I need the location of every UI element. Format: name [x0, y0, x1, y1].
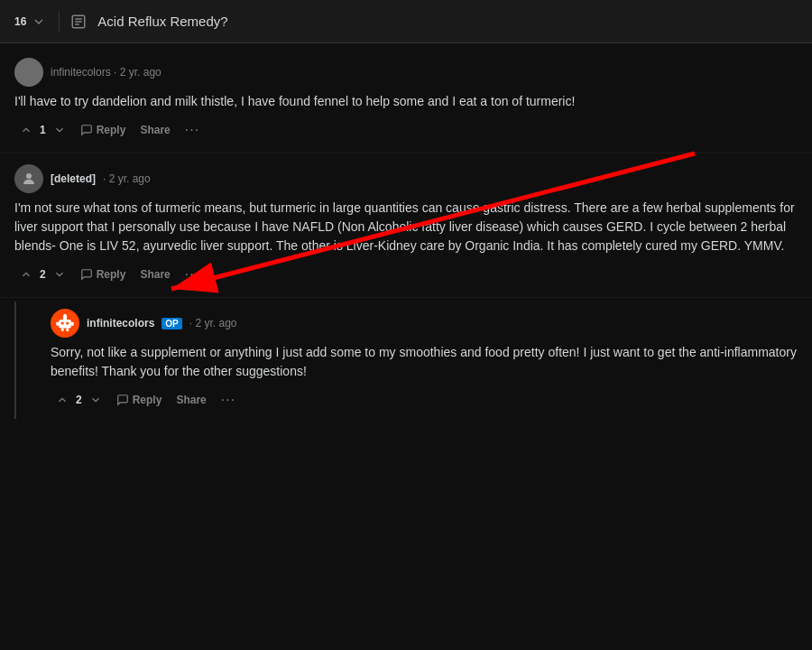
comment-2-actions: 2 Reply Share ··· [14, 263, 798, 286]
comment-2-reply-label: Reply [97, 268, 126, 281]
svg-rect-7 [66, 322, 69, 325]
separator-2 [0, 297, 812, 298]
comment-3-wrapper: infinitecolors OP · 2 yr. ago Sorry, not… [0, 302, 812, 419]
comment-2-vote: 2 [14, 265, 71, 284]
comment-3-downvote-button[interactable] [84, 390, 107, 410]
comment-1-vote-count: 1 [40, 124, 46, 136]
comment-1-body: I'll have to try dandelion and milk this… [14, 92, 798, 111]
comment-3-vote: 2 [51, 390, 107, 410]
comment-1-upvote-button[interactable] [14, 120, 38, 140]
comment-2-reply-button[interactable]: Reply [75, 265, 132, 284]
timestamp-comment-3: · 2 yr. ago [189, 317, 237, 330]
svg-rect-13 [66, 329, 69, 331]
avatar-comment-3 [51, 309, 79, 338]
comment-3-actions: 2 Reply Share ··· [51, 388, 798, 412]
comment-2-downvote-button[interactable] [48, 265, 71, 284]
svg-point-4 [26, 173, 32, 179]
svg-rect-5 [59, 320, 71, 329]
post-title: Acid Reflux Remedy? [97, 14, 227, 29]
header-downvote-button[interactable] [30, 13, 48, 31]
comment-2-share-label: Share [140, 268, 170, 281]
op-badge-comment-3: OP [161, 318, 181, 330]
comment-1-share-button[interactable]: Share [134, 120, 175, 140]
comment-2-more-button[interactable]: ··· [180, 263, 205, 286]
comment-2-upvote-button[interactable] [14, 265, 38, 284]
comment-3: infinitecolors OP · 2 yr. ago Sorry, not… [36, 302, 812, 419]
timestamp-comment-2: · 2 yr. ago [103, 172, 151, 185]
comment-1-actions: 1 Reply Share ··· [14, 118, 798, 142]
comment-3-vote-count: 2 [76, 394, 82, 406]
username-comment-2: [deleted] [51, 172, 96, 185]
comment-2-share-button[interactable]: Share [134, 265, 175, 284]
comment-2-header: [deleted] · 2 yr. ago [14, 164, 798, 193]
avatar-comment-1 [14, 58, 43, 87]
comment-3-share-button[interactable]: Share [171, 390, 211, 410]
username-comment-3: infinitecolors [87, 317, 154, 330]
comments-content: infinitecolors · 2 yr. ago I'll have to … [0, 43, 812, 426]
comment-1: infinitecolors · 2 yr. ago I'll have to … [0, 51, 812, 149]
comment-3-reply-label: Reply [133, 394, 162, 406]
comment-2-body: I'm not sure what tons of turmeric means… [14, 199, 798, 255]
comment-3-upvote-button[interactable] [51, 390, 74, 410]
comment-2: [deleted] · 2 yr. ago I'm not sure what … [0, 157, 812, 293]
comment-1-downvote-button[interactable] [48, 120, 71, 140]
comment-3-share-label: Share [176, 394, 206, 406]
comment-1-share-label: Share [140, 124, 170, 136]
header-vote-count: 16 [14, 15, 26, 28]
header-divider [59, 11, 60, 32]
comment-1-reply-label: Reply [97, 124, 126, 136]
comment-3-body: Sorry, not like a supplement or anything… [51, 343, 798, 381]
separator-1 [0, 153, 812, 153]
comment-1-reply-button[interactable]: Reply [75, 120, 132, 140]
header: 16 Acid Reflux Remedy? [0, 0, 812, 43]
svg-rect-11 [71, 322, 74, 326]
svg-rect-10 [56, 322, 59, 326]
comment-3-more-button[interactable]: ··· [216, 388, 241, 412]
comment-3-reply-button[interactable]: Reply [111, 390, 168, 410]
header-vote-section: 16 [14, 13, 48, 31]
avatar-comment-2 [14, 164, 43, 193]
comment-3-header: infinitecolors OP · 2 yr. ago [51, 309, 798, 338]
comment-1-header: infinitecolors · 2 yr. ago [14, 58, 798, 87]
username-comment-1: infinitecolors · 2 yr. ago [51, 66, 161, 79]
comment-1-vote: 1 [14, 120, 71, 140]
svg-rect-12 [61, 329, 64, 331]
comment-2-vote-count: 2 [40, 268, 46, 281]
svg-rect-6 [61, 322, 64, 325]
svg-point-9 [64, 314, 67, 317]
post-text-icon [70, 14, 87, 30]
comment-1-more-button[interactable]: ··· [180, 118, 205, 142]
